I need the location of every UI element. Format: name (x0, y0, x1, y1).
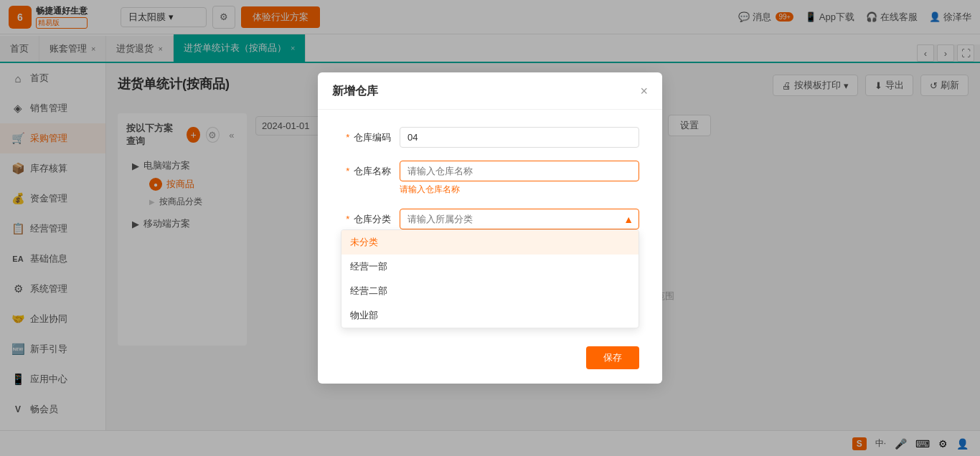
code-control (400, 127, 639, 148)
dialog-title: 新增仓库 (332, 84, 378, 99)
category-dropdown-list: 未分类 经营一部 经营二部 物业部 (341, 229, 639, 328)
dropdown-item-dept2[interactable]: 经营二部 (341, 279, 639, 303)
form-row-name: * 仓库名称 请输入仓库名称 (341, 161, 639, 196)
code-input[interactable] (400, 127, 639, 148)
dialog-footer: 保存 (318, 338, 662, 384)
dropdown-item-dept1[interactable]: 经营一部 (341, 255, 639, 279)
dropdown-item-property[interactable]: 物业部 (341, 303, 639, 328)
category-dropdown-arrow[interactable]: ▲ (623, 214, 633, 225)
dropdown-item-uncategorized[interactable]: 未分类 (341, 230, 639, 255)
code-label: * 仓库编码 (341, 127, 391, 144)
dialog-body: * 仓库编码 * 仓库名称 请输入仓库名称 (318, 110, 662, 338)
save-button[interactable]: 保存 (586, 346, 639, 369)
name-error-message: 请输入仓库名称 (400, 184, 639, 196)
dialog-close-icon[interactable]: × (640, 84, 648, 99)
name-label: * 仓库名称 (341, 161, 391, 178)
category-label: * 仓库分类 (341, 209, 391, 226)
category-input[interactable] (400, 209, 639, 229)
dialog-overlay: 新增仓库 × * 仓库编码 * 仓库名称 (0, 0, 980, 456)
category-control: ▲ 未分类 经营一部 经营二部 物业部 (400, 209, 639, 229)
form-row-code: * 仓库编码 (341, 127, 639, 148)
dialog-header: 新增仓库 × (318, 72, 662, 110)
add-warehouse-dialog: 新增仓库 × * 仓库编码 * 仓库名称 (318, 72, 662, 384)
name-control: 请输入仓库名称 (400, 161, 639, 196)
category-input-wrap: ▲ (400, 209, 639, 229)
form-row-category: * 仓库分类 ▲ 未分类 经营一部 经营二部 物业部 (341, 209, 639, 229)
name-input[interactable] (400, 161, 639, 181)
